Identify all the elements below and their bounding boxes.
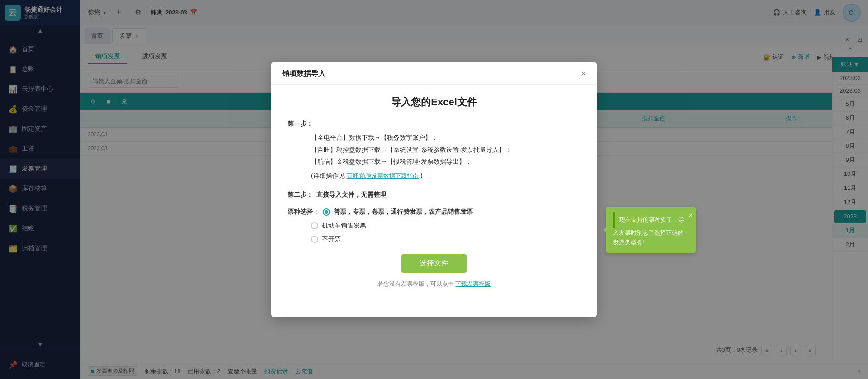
step1-line-2: 【航信】金税盘数据下载→【报税管理-发票数据导出】； (311, 156, 580, 168)
step1-line-0: 【全电平台】数据下载→【税务数字账户】； (311, 132, 580, 144)
download-template-link[interactable]: 下载发票模版 (455, 280, 491, 287)
step2-label: 第二步： 直接导入文件，无需整理 (288, 191, 580, 199)
radio-none-label: 不开票 (322, 235, 341, 243)
step2-text: 直接导入文件，无需整理 (316, 191, 386, 199)
select-file-btn[interactable]: 选择文件 (401, 254, 467, 273)
step1-link-prefix: (详细操作见 (311, 172, 345, 179)
modal-close-btn[interactable]: × (581, 69, 586, 79)
step1-label: 第一步： (288, 120, 580, 128)
ticket-label: 票种选择： 普票，专票，卷票，通行费发票，农产品销售发票 (288, 208, 580, 216)
download-note-prefix: 若您没有发票模版，可以点击 (377, 280, 454, 287)
tooltip-bar (613, 212, 615, 228)
radio-motor-label: 机动车销售发票 (322, 222, 366, 230)
radio-normal-label: 普票，专票，卷票，通行费发票，农产品销售发票 (334, 208, 473, 216)
radio-none-item[interactable]: 不开票 (311, 235, 580, 243)
modal-header: 销项数据导入 × (271, 62, 597, 85)
radio-motor-item[interactable]: 机动车销售发票 (311, 222, 580, 230)
modal-overlay: 销项数据导入 × 导入您的Excel文件 第一步： 【全电平台】数据下载→【税务… (0, 0, 868, 379)
step1-link-suffix: ) (420, 172, 423, 179)
radio-normal-indicator (323, 208, 330, 216)
radio-group: 机动车销售发票 不开票 (311, 222, 580, 243)
tooltip-text: 现在支持的票种多了，导入发票时别忘了选择正确的发票类型呀! (613, 217, 684, 246)
modal-body: 导入您的Excel文件 第一步： 【全电平台】数据下载→【税务数字账户】； 【百… (271, 85, 597, 298)
ticket-select: 票种选择： 普票，专票，卷票，通行费发票，农产品销售发票 机动车销售发票 不开票 (288, 208, 580, 243)
import-modal: 销项数据导入 × 导入您的Excel文件 第一步： 【全电平台】数据下载→【税务… (271, 62, 597, 317)
step1-block: 第一步： 【全电平台】数据下载→【税务数字账户】； 【百旺】税控盘数据下载→【系… (288, 120, 580, 181)
step1-line-1: 【百旺】税控盘数据下载→【系统设置-系统参数设置-发票批量导入】； (311, 144, 580, 156)
tooltip-close-btn[interactable]: × (689, 210, 693, 220)
radio-none-circle (311, 236, 318, 243)
download-note: 若您没有发票模版，可以点击 下载发票模版 (288, 280, 580, 288)
modal-title: 销项数据导入 (282, 69, 326, 79)
step1-content: 【全电平台】数据下载→【税务数字账户】； 【百旺】税控盘数据下载→【系统设置-系… (311, 132, 580, 181)
step2-block: 第二步： 直接导入文件，无需整理 (288, 191, 580, 199)
step1-link-row: (详细操作见 百旺/航信发票数据下载指南 ) (311, 170, 580, 182)
modal-main-title: 导入您的Excel文件 (288, 95, 580, 109)
step1-guide-link[interactable]: 百旺/航信发票数据下载指南 (347, 172, 419, 179)
radio-motor-circle (311, 222, 318, 229)
tooltip-bubble: × 现在支持的票种多了，导入发票时别忘了选择正确的发票类型呀! (606, 207, 696, 253)
